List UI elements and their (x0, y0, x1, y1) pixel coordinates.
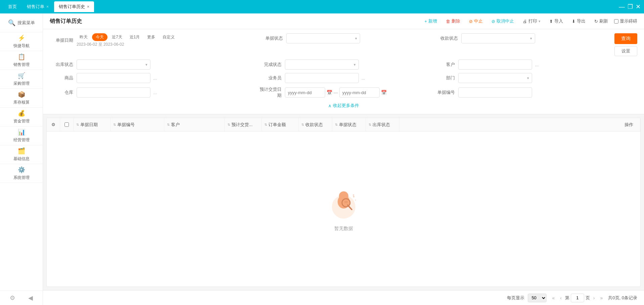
th-stock-status: ⇅ 出库状态 (366, 118, 399, 131)
delivery-to-calendar-icon[interactable]: 📅 (381, 90, 387, 95)
tab-1[interactable]: 销售订单× (22, 1, 53, 12)
th-sort-pay-icon[interactable]: ⇅ (301, 123, 304, 126)
print-button[interactable]: 🖨 打印 ▾ (520, 17, 543, 26)
purchase-icon: 🛒 (18, 72, 25, 79)
export-icon: ⬇ (572, 19, 575, 24)
payment-status-select[interactable]: ▾ (461, 33, 535, 43)
restore-icon[interactable]: ❐ (628, 4, 633, 10)
order-status-select[interactable]: ▾ (286, 33, 360, 43)
export-button[interactable]: ⬇ 导出 (569, 17, 588, 26)
sidebar-settings-icon[interactable]: ⚙ (10, 294, 15, 302)
svg-text:✦: ✦ (352, 194, 355, 197)
th-amount: ⇅ 订单金额 (262, 118, 299, 131)
main-layout: 🔍 搜索菜单 ⚡快捷导航📋销售管理🛒采购管理📦库存核算💰资金管理📊经营管理🗂️基… (0, 13, 644, 305)
select-all-checkbox[interactable] (65, 122, 69, 127)
display-cols-toggle[interactable]: 显示碍碍 (614, 18, 637, 24)
display-cols-checkbox[interactable] (614, 19, 618, 24)
stop-icon: ⊘ (469, 19, 473, 24)
order-status-arrow: ▾ (355, 36, 357, 41)
collapse-button[interactable]: ∧ 收起更多条件 (328, 103, 359, 109)
page-title: 销售订单历史 (50, 18, 82, 25)
date-7days-btn[interactable]: 近7天 (109, 33, 125, 41)
date-more-btn[interactable]: 更多 (144, 33, 158, 41)
date-yesterday-btn[interactable]: 昨天 (77, 33, 91, 41)
order-status-label: 单据状态 (259, 35, 286, 41)
sidebar-label-purchase: 采购管理 (13, 81, 30, 86)
per-page-select[interactable]: 50 100 200 (528, 294, 547, 302)
warehouse-more-btn[interactable]: ... (153, 90, 157, 95)
sidebar-collapse-icon[interactable]: ◀ (28, 294, 33, 302)
tab-close-2[interactable]: × (87, 4, 89, 9)
sidebar-item-purchase[interactable]: 🛒采购管理 (0, 70, 43, 89)
complete-status-select[interactable]: ▾ (285, 60, 359, 70)
tab-2[interactable]: 销售订单历史× (54, 1, 94, 12)
sidebar-item-inventory[interactable]: 📦库存核算 (0, 89, 43, 108)
close-icon[interactable]: ✕ (636, 4, 641, 10)
salesperson-select[interactable] (285, 73, 359, 83)
date-range-buttons: 昨天 今天 近7天 近1月 更多 自定义 (77, 33, 178, 41)
query-button[interactable]: 查询 (614, 33, 637, 44)
sidebar-item-sales[interactable]: 📋销售管理 (0, 51, 43, 70)
sidebar-item-finance[interactable]: 💰资金管理 (0, 108, 43, 126)
warehouse-select[interactable] (77, 87, 151, 98)
minimize-icon[interactable]: — (619, 4, 625, 10)
stock-out-select[interactable]: ▾ (77, 60, 151, 70)
first-page-btn[interactable]: « (550, 295, 557, 301)
date-1month-btn[interactable]: 近1月 (127, 33, 143, 41)
delete-button[interactable]: 🗑 删除 (443, 17, 463, 26)
sidebar-item-quick-nav[interactable]: ⚡快捷导航 (0, 32, 43, 51)
product-select[interactable] (77, 73, 151, 83)
prev-page-btn[interactable]: ‹ (558, 295, 564, 301)
customer-select[interactable] (458, 60, 532, 70)
page-nav: « ‹ 第 页 › » (550, 294, 605, 302)
date-custom-btn[interactable]: 自定义 (160, 33, 178, 41)
product-more-btn[interactable]: ... (153, 76, 157, 81)
sidebar-item-search[interactable]: 🔍 搜索菜单 (0, 13, 43, 32)
stock-out-label: 出库状态 (50, 62, 77, 68)
sidebar-item-basic[interactable]: 🗂️基础信息 (0, 145, 43, 164)
delivery-date-label: 预计交货日期 (258, 86, 285, 99)
th-checkbox[interactable] (60, 118, 74, 131)
tab-0[interactable]: 首页 (3, 1, 22, 12)
settings-button[interactable]: 设置 (614, 46, 637, 56)
refresh-button[interactable]: ↻ 刷新 (592, 17, 611, 26)
department-select[interactable]: ▾ (458, 73, 532, 83)
th-sort-date-icon[interactable]: ⇅ (76, 123, 79, 126)
payment-status-label: 收款状态 (434, 35, 461, 41)
th-sort-amount-icon[interactable]: ⇅ (264, 123, 267, 126)
cancel-stop-button[interactable]: ⊘ 取消中止 (489, 17, 517, 26)
empty-state: ✦ 暂无数据 (47, 131, 640, 287)
customer-more-btn[interactable]: ... (535, 62, 539, 67)
th-order-no: ⇅ 单据编号 (111, 118, 164, 131)
order-no-input[interactable] (458, 87, 532, 98)
tab-close-1[interactable]: × (46, 4, 49, 9)
per-page-label: 每页显示 (507, 295, 524, 301)
toolbar: + 新增 🗑 删除 ⊘ 中止 ⊘ 取消中止 🖨 打印 (422, 17, 637, 26)
new-icon: + (424, 19, 427, 24)
delivery-date-from-input[interactable] (285, 87, 325, 98)
th-sort-delivery-icon[interactable]: ⇅ (227, 123, 230, 126)
stop-button[interactable]: ⊘ 中止 (466, 17, 485, 26)
th-sort-order-icon[interactable]: ⇅ (113, 123, 116, 126)
sidebar-item-operations[interactable]: 📊经营管理 (0, 126, 43, 145)
salesperson-more-btn[interactable]: ... (361, 76, 365, 81)
import-icon: ⬆ (549, 19, 553, 24)
th-order-status: ⇅ 单据状态 (332, 118, 366, 131)
date-today-btn[interactable]: 今天 (92, 33, 108, 41)
quick-nav-icon: ⚡ (18, 34, 25, 42)
th-sort-customer-icon[interactable]: ⇅ (167, 123, 170, 126)
th-sort-order-status-icon[interactable]: ⇅ (335, 123, 338, 126)
next-page-btn[interactable]: › (591, 295, 597, 301)
th-customer: ⇅ 客户 (164, 118, 225, 131)
settings-gear-icon[interactable]: ⚙ (51, 122, 55, 127)
delivery-date-to-input[interactable] (339, 87, 380, 98)
sidebar-item-system[interactable]: ⚙️系统管理 (0, 164, 43, 183)
th-settings[interactable]: ⚙ (47, 118, 60, 131)
th-sort-stock-icon[interactable]: ⇅ (369, 123, 371, 126)
new-button[interactable]: + 新增 (422, 17, 440, 26)
delivery-from-calendar-icon[interactable]: 📅 (327, 90, 332, 95)
last-page-btn[interactable]: » (598, 295, 605, 301)
import-button[interactable]: ⬆ 导入 (547, 17, 566, 26)
page-number-input[interactable] (571, 294, 584, 302)
department-arrow: ▾ (527, 76, 529, 80)
